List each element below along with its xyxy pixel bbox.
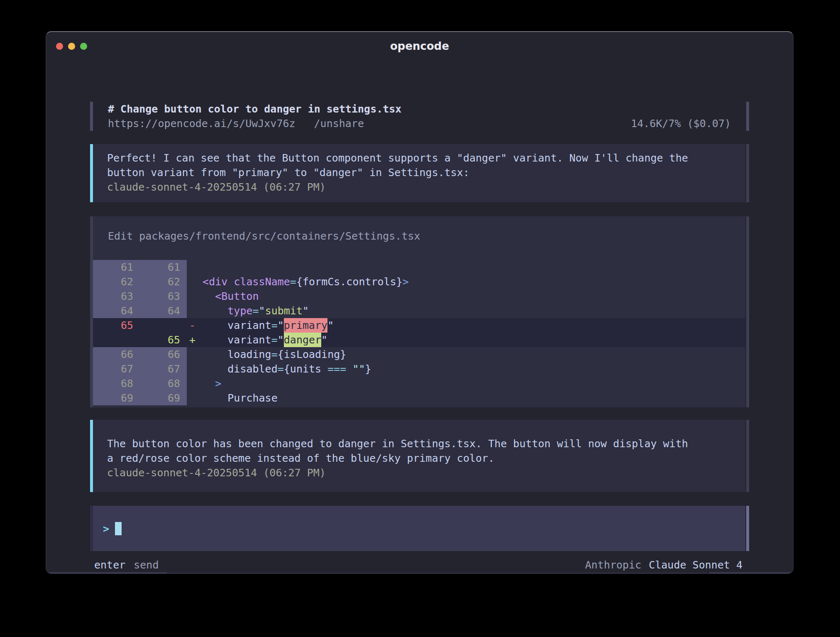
diff-row: 65+ variant="danger" [93,333,745,347]
new-line-number: 68 [140,376,187,391]
diff-row: 6969 Purchase [93,391,745,405]
diff-code-line: disabled={units === ""} [187,362,745,376]
footer-hints: entersend AnthropicClaude Sonnet 4 [90,558,749,572]
message-accent-bar [90,144,93,202]
diff-view: 61616262 <div className={formCs.controls… [93,260,745,405]
message-text-line: The button color has been changed to dan… [107,436,730,451]
new-line-number: 69 [140,391,187,405]
prompt-symbol: > [103,523,109,535]
assistant-message: Perfect! I can see that the Button compo… [90,144,749,202]
mode-toggle[interactable]: BUILD MODE [709,572,793,574]
removed-marker: - [189,318,195,333]
diff-row: 6464 type="submit" [93,304,745,318]
session-title: # Change button color to danger in setti… [108,102,401,116]
model-label: Claude Sonnet 4 [649,559,742,571]
message-text-line: Perfect! I can see that the Button compo… [107,151,730,165]
edit-left-rule [90,216,93,407]
edit-tool-card: Edit packages/frontend/src/containers/Se… [90,216,749,407]
text-cursor [115,522,122,535]
send-action-label: send [134,559,159,571]
prompt-scrollbar[interactable] [746,506,749,551]
new-line-number: 66 [140,347,187,362]
new-line-number: 61 [140,260,187,274]
title-bar: opencode [46,32,793,60]
diff-row: 6868 > [93,376,745,391]
message-accent-bar [90,420,93,492]
diff-code-line: loading={isLoading} [187,347,745,362]
old-line-number: 61 [93,260,140,274]
prompt-input[interactable]: > [90,506,749,551]
app-window: opencode # Change button color to danger… [46,31,794,574]
diff-code-line: - variant="primary" [187,318,745,333]
header-left-rule [90,102,93,131]
prompt-left-rule [90,506,93,551]
diff-code-line [187,260,745,274]
diff-row: 6262 <div className={formCs.controls}> [93,274,745,289]
share-url[interactable]: https://opencode.ai/s/UwJxv76z [108,116,295,131]
header-right-rule [746,102,749,131]
edit-right-rule [746,216,749,407]
diff-row: 6767 disabled={units === ""} [93,362,745,376]
provider-label: Anthropic [585,559,641,571]
new-line-number: 62 [140,274,187,289]
diff-code-line: <Button [187,289,745,304]
message-text-line: button variant from "primary" to "danger… [107,165,730,180]
old-line-number: 69 [93,391,140,405]
old-line-number: 62 [93,274,140,289]
diff-code-line: + variant="danger" [187,333,745,347]
message-right-rule [746,420,749,492]
token-usage-cost: 14.6K/7% ($0.07) [631,116,731,131]
new-line-number: 67 [140,362,187,376]
working-directory: ~/Desktop/Projects/demo-notes-app [176,572,382,574]
old-line-number: 66 [93,347,140,362]
message-right-rule [746,144,749,202]
diff-row: 65- variant="primary" [93,318,745,333]
unshare-command[interactable]: /unshare [314,116,364,131]
diff-code-line: Purchase [187,391,745,405]
session-content: # Change button color to danger in setti… [46,60,793,572]
diff-code-line: type="submit" [187,304,745,318]
window-title: opencode [46,40,793,52]
new-line-number [140,318,187,333]
enter-key-hint: enter [94,559,125,571]
diff-row: 6161 [93,260,745,274]
old-line-number: 65 [93,318,140,333]
new-line-number: 65 [140,333,187,347]
new-line-number: 64 [140,304,187,318]
session-header: # Change button color to danger in setti… [90,102,749,131]
model-timestamp: claude-sonnet-4-20250514 (06:27 PM) [107,466,730,480]
added-marker: + [189,333,195,347]
model-timestamp: claude-sonnet-4-20250514 (06:27 PM) [107,180,730,194]
diff-row: 6363 <Button [93,289,745,304]
diff-code-line: <div className={formCs.controls}> [187,274,745,289]
app-version-segment: opencode v0.3.11 [46,572,167,574]
message-text-line: a red/rose color scheme instead of the b… [107,451,730,466]
diff-code-line: > [187,376,745,391]
old-line-number: 68 [93,376,140,391]
edit-file-path: Edit packages/frontend/src/containers/Se… [93,229,745,243]
new-line-number: 63 [140,289,187,304]
tab-key-hint: tab [679,572,698,574]
old-line-number [93,333,140,347]
diff-row: 6666 loading={isLoading} [93,347,745,362]
status-bar: opencode v0.3.11 ~/Desktop/Projects/demo… [46,572,793,574]
old-line-number: 67 [93,362,140,376]
old-line-number: 64 [93,304,140,318]
old-line-number: 63 [93,289,140,304]
assistant-message: The button color has been changed to dan… [90,420,749,492]
